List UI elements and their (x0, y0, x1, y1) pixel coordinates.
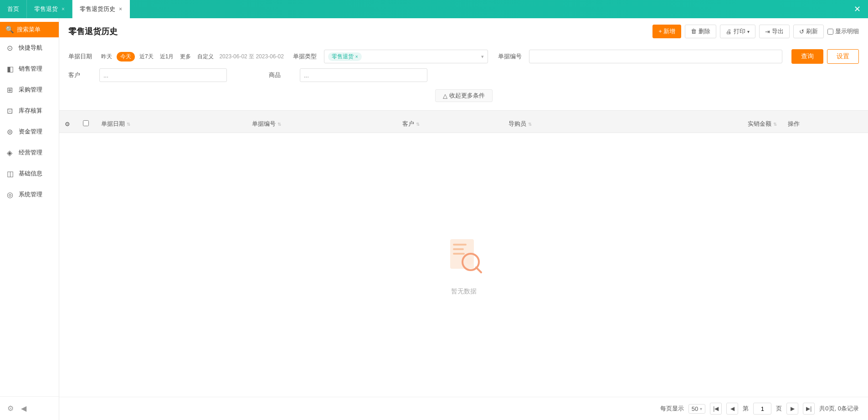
doc-type-tag: 零售退货 × (328, 52, 362, 61)
sidebar-item-basic-info[interactable]: ◫ 基础信息 (0, 163, 59, 184)
page-text: 第 (743, 405, 749, 413)
sidebar-item-quick-nav[interactable]: ⊙ 快捷导航 (0, 37, 59, 58)
show-detail-checkbox[interactable] (827, 29, 833, 35)
next-page-button[interactable]: ▶ (786, 403, 798, 415)
tab-retail-return-history-label: 零售退货历史 (80, 5, 115, 13)
last-page-button[interactable]: ▶| (803, 403, 815, 415)
query-button[interactable]: 查询 (791, 49, 823, 64)
page-number-input[interactable]: 1 (753, 403, 771, 415)
tab-home[interactable]: 首页 (0, 0, 27, 18)
page-size-label: 每页显示 (660, 405, 684, 413)
page-size-select[interactable]: 50 ▾ (688, 404, 705, 414)
set-button[interactable]: 设置 (827, 49, 859, 64)
customer-input[interactable] (99, 68, 227, 82)
empty-icon (441, 235, 487, 280)
th-guide: 导购员 ⇅ (503, 115, 632, 133)
sidebar-search[interactable]: 🔍 搜索菜单 (0, 22, 59, 37)
print-label: 打印 (734, 27, 745, 36)
goods-input[interactable] (300, 68, 427, 82)
tab-retail-return-label: 零售退货 (34, 5, 58, 13)
date-filter-buttons: 昨天 今天 近7天 近1月 更多 自定义 (99, 52, 216, 61)
table-header: ⚙ 单据日期 ⇅ 单据编号 (59, 115, 868, 133)
filter-area: 单据日期 昨天 今天 近7天 近1月 更多 自定义 2023-06-02 至 2… (68, 44, 859, 107)
page-header: 零售退货历史 + 新增 🗑 删除 🖨 打印 ▾ ⇥ 导出 ↺ (59, 18, 868, 111)
date-btn-today[interactable]: 今天 (117, 52, 135, 61)
customer-label: 客户 (68, 71, 96, 79)
sidebar-item-label-quick-nav: 快捷导航 (19, 44, 42, 52)
show-detail-checkbox-label[interactable]: 显示明细 (827, 27, 859, 36)
doc-type-filter-item: 单据类型 零售退货 × ▾ (293, 50, 489, 63)
amount-sort-icon[interactable]: ⇅ (773, 122, 777, 127)
goods-label: 商品 (269, 71, 296, 79)
tab-retail-return-history[interactable]: 零售退货历史 × (72, 0, 130, 18)
select-all-checkbox[interactable] (83, 120, 89, 126)
th-checkbox (77, 115, 96, 133)
sidebar: 🔍 搜索菜单 ⊙ 快捷导航 ◧ 销售管理 ⊞ 采购管理 ⊡ 库存核算 ⊜ 资金管… (0, 18, 59, 420)
doc-num-input[interactable] (529, 50, 782, 63)
print-icon: 🖨 (726, 28, 732, 35)
svg-rect-3 (453, 253, 465, 255)
page-unit: 页 (776, 405, 782, 413)
sidebar-item-label-sys-mgmt: 系统管理 (19, 190, 42, 199)
guide-sort-icon[interactable]: ⇅ (528, 122, 532, 127)
svg-rect-1 (453, 244, 467, 246)
refresh-label: 刷新 (806, 27, 818, 36)
doc-type-select[interactable]: 零售退货 × ▾ (324, 50, 488, 63)
toolbar: + 新增 🗑 删除 🖨 打印 ▾ ⇥ 导出 ↺ 刷新 (652, 25, 859, 38)
export-button[interactable]: ⇥ 导出 (759, 25, 790, 38)
first-page-button[interactable]: |◀ (710, 403, 722, 415)
sidebar-item-purchase[interactable]: ⊞ 采购管理 (0, 79, 59, 100)
svg-rect-2 (453, 248, 464, 250)
filter-row-2: 客户 商品 (68, 68, 859, 82)
date-btn-1month[interactable]: 近1月 (158, 52, 176, 61)
collapse-button[interactable]: △ 收起更多条件 (435, 89, 493, 102)
delete-button[interactable]: 🗑 删除 (685, 25, 716, 38)
tab-retail-return[interactable]: 零售退货 × (27, 0, 72, 18)
refresh-button[interactable]: ↺ 刷新 (793, 25, 824, 38)
sales-icon: ◧ (7, 65, 15, 73)
doc-num-sort-icon[interactable]: ⇅ (277, 122, 281, 127)
empty-state: 暂无数据 (59, 133, 868, 397)
refresh-icon: ↺ (799, 28, 804, 35)
table-settings-icon[interactable]: ⚙ (65, 121, 70, 128)
date-range-text: 2023-06-02 至 2023-06-02 (219, 53, 283, 61)
sidebar-item-sales[interactable]: ◧ 销售管理 (0, 58, 59, 79)
sidebar-search-label: 搜索菜单 (17, 26, 41, 34)
settings-button[interactable]: ⚙ (5, 402, 15, 415)
customer-sort-icon[interactable]: ⇅ (416, 122, 420, 127)
show-detail-label: 显示明细 (835, 27, 859, 36)
sidebar-item-ops[interactable]: ◈ 经营管理 (0, 142, 59, 163)
date-btn-more[interactable]: 更多 (178, 52, 193, 61)
th-guide-label: 导购员 (508, 120, 526, 128)
app-close-button[interactable]: ✕ (854, 4, 861, 14)
doc-date-sort-icon[interactable]: ⇅ (127, 122, 130, 127)
date-btn-7days[interactable]: 近7天 (138, 52, 155, 61)
th-actions-label: 操作 (788, 120, 800, 127)
date-btn-yesterday[interactable]: 昨天 (99, 52, 114, 61)
table-container: ⚙ 单据日期 ⇅ 单据编号 (59, 115, 868, 397)
doc-type-label: 单据类型 (293, 52, 320, 61)
export-label: 导出 (772, 27, 784, 36)
svg-line-5 (476, 267, 481, 272)
doc-type-tag-close[interactable]: × (355, 54, 358, 59)
sidebar-item-inventory[interactable]: ⊡ 库存核算 (0, 100, 59, 121)
sys-mgmt-icon: ◎ (7, 190, 15, 199)
tab-retail-return-close[interactable]: × (62, 6, 65, 12)
prev-page-button[interactable]: ◀ (726, 403, 738, 415)
tab-home-label: 首页 (7, 5, 19, 13)
sidebar-item-label-basic-info: 基础信息 (19, 169, 42, 178)
print-button[interactable]: 🖨 打印 ▾ (720, 25, 755, 38)
th-doc-date: 单据日期 ⇅ (96, 115, 247, 133)
tab-retail-return-history-close[interactable]: × (119, 6, 122, 12)
th-amount-label: 实销金额 (748, 120, 771, 128)
finance-icon: ⊜ (7, 128, 15, 136)
sidebar-item-sys-mgmt[interactable]: ◎ 系统管理 (0, 184, 59, 205)
content-area: 零售退货历史 + 新增 🗑 删除 🖨 打印 ▾ ⇥ 导出 ↺ (59, 18, 868, 420)
svg-point-6 (466, 257, 473, 265)
basic-info-icon: ◫ (7, 169, 15, 178)
new-button[interactable]: + 新增 (652, 25, 681, 38)
search-icon: 🔍 (5, 26, 14, 34)
collapse-sidebar-button[interactable]: ◀ (19, 402, 28, 415)
sidebar-item-finance[interactable]: ⊜ 资金管理 (0, 121, 59, 142)
date-btn-custom[interactable]: 自定义 (195, 52, 216, 61)
